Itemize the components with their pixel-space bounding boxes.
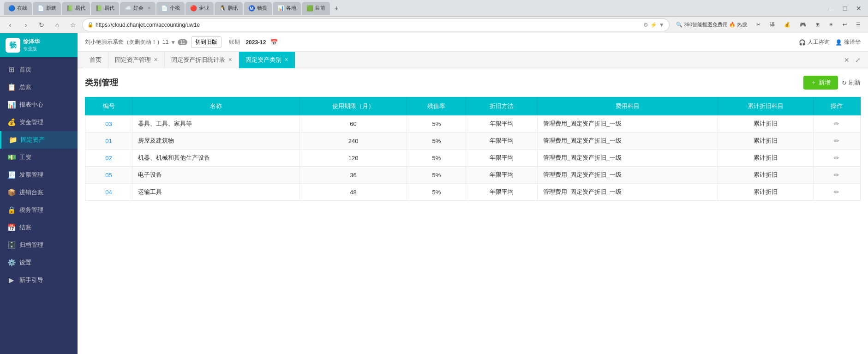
tax-icon: 🔒 [7,206,16,214]
sidebar-label-reports: 报表中心 [19,101,43,109]
cell-code-3: 05 [85,167,132,184]
category-table: 编号 名称 使用期限（月） 残值率 折旧方法 费用科目 累计折旧科目 操作 03… [85,97,861,201]
sidebar-item-fixed-assets[interactable]: 📁 固定资产 [0,131,78,149]
cell-action-0[interactable]: ✏ [813,115,860,132]
page-tab-depr-close[interactable]: ✕ [228,57,232,63]
bookmark-button[interactable]: ☆ [66,18,79,31]
sidebar-label-tax: 税务管理 [19,206,43,214]
page-tab-home[interactable]: 首页 [83,52,108,68]
window-controls: — □ ✕ [826,3,864,14]
page-tab-category-close[interactable]: ✕ [284,57,288,63]
wallet-btn[interactable]: 💰 [780,18,794,31]
sidebar-item-close-period[interactable]: 📅 结账 [0,219,78,236]
expand-tab-button[interactable]: ⤢ [853,55,862,65]
address-bar[interactable]: 🔒 https://cloud.chanjet.com/accounting/u… [82,18,670,31]
payroll-icon: 💵 [7,153,16,162]
sidebar-item-payroll[interactable]: 💵 工资 [0,149,78,166]
forward-button[interactable]: › [19,18,32,31]
tab-close-haohui[interactable]: ✕ [147,6,151,11]
tab-gedi[interactable]: 📊 各地 [273,2,301,15]
cell-method-4: 年限平均 [466,184,537,201]
close-window-button[interactable]: ✕ [853,3,864,14]
cell-code-2: 02 [85,150,132,167]
sidebar-item-invoices[interactable]: 🧾 发票管理 [0,166,78,184]
service-label: 人工咨询 [808,38,830,46]
tab-xinjian[interactable]: 📄 新建 [33,2,61,15]
sidebar-logo: 畅 徐泽华 专业版 [0,33,78,57]
cell-action-4[interactable]: ✏ [813,184,860,201]
game-btn[interactable]: 🎮 [796,18,810,31]
tab-favicon-xinjian: 📄 [37,5,44,12]
sidebar-item-reports[interactable]: 📊 报表中心 [0,96,78,114]
sidebar: 畅 徐泽华 专业版 ⊞ 首页 📋 总账 📊 报表中心 💰 资金管理 [0,33,78,354]
cell-action-3[interactable]: ✏ [813,167,860,184]
sidebar-item-settings[interactable]: ⚙️ 设置 [0,254,78,271]
cut-btn[interactable]: ✂ [753,18,764,31]
home-button[interactable]: ⌂ [51,18,64,31]
page-tab-fixed-assets-mgmt[interactable]: 固定资产管理 ✕ [108,52,165,68]
close-tab-button[interactable]: ✕ [842,55,851,65]
switch-version-button[interactable]: 切到旧版 [191,36,221,48]
fixed-assets-icon: 📁 [9,136,17,144]
th-name: 名称 [132,97,300,115]
browser-nav: ‹ › ↻ ⌂ ☆ 🔒 https://cloud.chanjet.com/ac… [0,17,868,33]
edit-button-4[interactable]: ✏ [834,188,839,196]
site-info-icon: ⚙ [643,22,648,28]
tab-yidai1[interactable]: 📗 易代 [62,2,90,15]
cell-accumulated-1: 累计折旧 [718,132,813,150]
edit-button-2[interactable]: ✏ [834,154,839,162]
cell-code-0: 03 [85,115,132,132]
sidebar-item-tax[interactable]: 🔒 税务管理 [0,201,78,219]
cell-action-2[interactable]: ✏ [813,150,860,167]
tab-haohui[interactable]: ☁️ 好会 ✕ [120,2,156,15]
avatar-btn[interactable]: 👤 徐泽华 [835,38,861,46]
page-tabs: 首页 固定资产管理 ✕ 固定资产折旧统计表 ✕ 固定资产类别 ✕ ✕ ⤢ [78,52,868,68]
undo-btn[interactable]: ↩ [839,18,850,31]
th-expense: 费用科目 [537,97,718,115]
tab-changtui[interactable]: Ⓜ️ 畅提 [244,2,272,15]
search-btn[interactable]: 🔍 360智能抠图免费用 🔥 热搜 [672,18,751,31]
new-tab-button[interactable]: + [331,3,342,14]
sidebar-item-general-ledger[interactable]: 📋 总账 [0,78,78,96]
tab-qiye[interactable]: 🔴 企业 [186,2,214,15]
sidebar-item-funds[interactable]: 💰 资金管理 [0,114,78,131]
page-tab-category[interactable]: 固定资产类别 ✕ [239,52,295,68]
cell-expense-4: 管理费用_固定资产折旧_一级 [537,184,718,201]
tab-muqian[interactable]: 🟩 目前 [302,2,330,15]
page-tab-depreciation-table[interactable]: 固定资产折旧统计表 ✕ [165,52,239,68]
cell-action-1[interactable]: ✏ [813,132,860,150]
sidebar-item-home[interactable]: ⊞ 首页 [0,61,78,78]
grid-btn[interactable]: ⊞ [812,18,823,31]
sidebar-item-archive[interactable]: 🗄️ 归档管理 [0,236,78,254]
minimize-button[interactable]: — [826,3,837,14]
edit-button-1[interactable]: ✏ [834,137,839,144]
sidebar-label-archive: 归档管理 [19,241,43,249]
add-button[interactable]: ＋ 新增 [803,76,838,90]
reload-button[interactable]: ↻ [35,18,48,31]
th-residual: 残值率 [407,97,466,115]
cell-accumulated-0: 累计折旧 [718,115,813,132]
brightness-btn[interactable]: ☀ [825,18,837,31]
cell-method-0: 年限平均 [466,115,537,132]
archive-icon: 🗄️ [7,241,16,249]
sidebar-label-inventory: 进销台账 [19,188,43,197]
page-tab-fa-mgmt-close[interactable]: ✕ [154,57,158,63]
maximize-button[interactable]: □ [839,3,850,14]
tab-yidai2[interactable]: 📗 易代 [91,2,119,15]
service-btn[interactable]: 🎧 人工咨询 [799,38,830,46]
refresh-button[interactable]: ↻ 刷新 [842,78,861,87]
translate-btn[interactable]: 译 [766,18,778,31]
menu-btn[interactable]: ☰ [852,18,864,31]
sidebar-item-inventory[interactable]: 📦 进销台账 [0,184,78,201]
tab-geshui[interactable]: 📄 个税 [156,2,185,15]
page-tab-category-label: 固定资产类别 [245,56,281,64]
tab-tengxun[interactable]: 🐧 腾讯 [215,2,243,15]
back-button[interactable]: ‹ [4,18,17,31]
edit-button-0[interactable]: ✏ [834,120,839,127]
edit-button-3[interactable]: ✏ [834,171,839,179]
tab-zaixin[interactable]: 🔵 在线 [4,2,32,15]
tab-favicon-changtui: Ⓜ️ [248,5,255,12]
sidebar-item-guide[interactable]: ▶ 新手引导 [0,271,78,289]
sidebar-label-fixed-assets: 固定资产 [21,136,45,144]
period-label: 账期 [229,38,240,46]
